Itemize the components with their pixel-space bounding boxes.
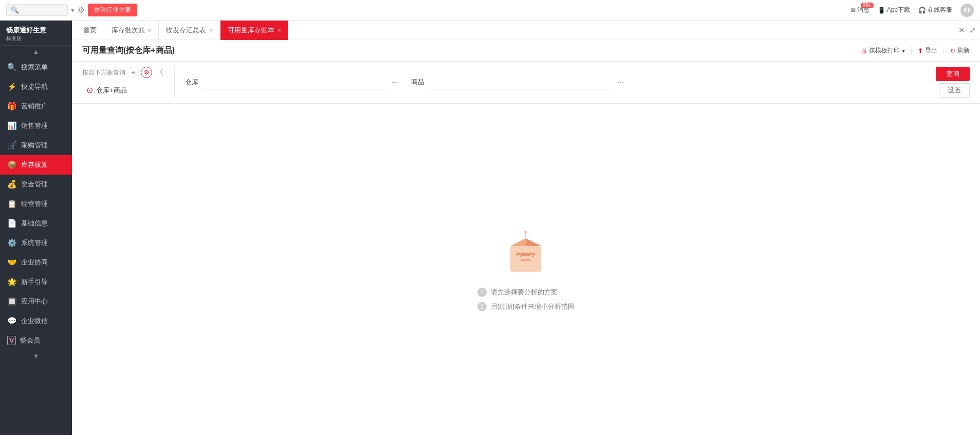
top-bar-left: 🔍 ▾ ⚙ 体验行业方案 (6, 4, 846, 16)
chevron-down-icon[interactable]: ▾ (71, 6, 75, 14)
system-icon: ⚙️ (7, 238, 17, 248)
tab-batch-account[interactable]: 库存批次账 × (104, 21, 159, 40)
sidebar-item-inventory[interactable]: 📦 库存核算 (0, 155, 72, 175)
tab-close-icon[interactable]: × (148, 27, 151, 33)
filter-actions: + ⚙ 《 (127, 67, 165, 78)
export-label: 导出 (925, 46, 937, 55)
enterprise-wechat-icon: 💬 (7, 316, 17, 326)
empty-step1-text: 请先选择要分析的方案 (491, 288, 558, 297)
tab-close-all-icon[interactable]: ✕ (958, 26, 965, 35)
print-btn[interactable]: 🖨 按模板打印 ▾ (861, 46, 905, 55)
app-download-btn[interactable]: 📱 App下载 (878, 6, 910, 14)
goods-field: 商品 ··· (411, 75, 627, 89)
filter-settings-btn[interactable]: 设置 (939, 83, 970, 98)
search-menu-icon: 🔍 (7, 63, 17, 72)
warehouse-label: 仓库 (185, 78, 198, 87)
basic-info-icon: 📄 (7, 219, 17, 228)
purchase-icon: 🛒 (7, 141, 17, 150)
filter-area: 按以下方案查询 + ⚙ 《 ⊙ 仓库+商品 仓库 (72, 62, 980, 104)
refresh-btn[interactable]: ↻ 刷新 (950, 46, 970, 55)
inventory-icon: 📦 (7, 160, 17, 169)
tab-home[interactable]: 首页 (76, 21, 104, 40)
trial-btn[interactable]: 体验行业方案 (88, 4, 137, 16)
svg-point-8 (532, 255, 533, 257)
tab-available-ledger[interactable]: 可用量库存账本 × (220, 21, 288, 40)
page-header: 可用量查询(按仓库+商品) 🖨 按模板打印 ▾ ⬆ 导出 ↻ 刷新 (72, 40, 980, 62)
warehouse-more-btn[interactable]: ··· (389, 76, 401, 88)
sidebar-item-system[interactable]: ⚙️ 系统管理 (0, 233, 72, 253)
sidebar-item-enterprise-wechat[interactable]: 💬 企业微信 (0, 311, 72, 331)
empty-svg (500, 228, 551, 279)
sidebar-item-label: 企业协同 (21, 258, 48, 267)
sidebar: 畅康通好生意 标准版 ▲ 🔍 搜索菜单 ⚡ 快捷导航 🎁 营销推广 📊 销售管理… (0, 21, 72, 435)
sidebar-item-label: 系统管理 (21, 238, 48, 248)
app-logo: 畅康通好生意 标准版 (0, 21, 72, 46)
print-icon: 🖨 (861, 47, 867, 54)
empty-text: 1 请先选择要分析的方案 2 用[过滤]条件来缩小分析范围 (477, 288, 575, 311)
sidebar-item-sales[interactable]: 📊 销售管理 (0, 116, 72, 136)
sidebar-item-basic-info[interactable]: 📄 基础信息 (0, 214, 72, 233)
svg-point-7 (520, 255, 521, 257)
sidebar-item-purchase[interactable]: 🛒 采购管理 (0, 136, 72, 155)
scheme-item-label: 仓库+商品 (96, 86, 127, 95)
sidebar-scroll-up[interactable]: ▲ (0, 46, 72, 58)
sidebar-item-finance[interactable]: 💰 资金管理 (0, 175, 72, 194)
tab-home-label: 首页 (83, 26, 97, 35)
add-scheme-btn[interactable]: + (127, 67, 139, 78)
query-btn[interactable]: 查询 (936, 67, 970, 81)
sidebar-item-operations[interactable]: 📋 经营管理 (0, 194, 72, 214)
sidebar-item-vip-member[interactable]: V 畅会员 (0, 331, 72, 350)
sales-icon: 📊 (7, 121, 17, 130)
message-badge: 99+ (861, 3, 874, 8)
marketing-icon: 🎁 (7, 102, 17, 111)
tab-label: 可用量库存账本 (228, 26, 274, 35)
export-btn[interactable]: ⬆ 导出 (918, 46, 937, 55)
gear-icon[interactable]: ⚙ (78, 5, 85, 15)
vip-icon: V (7, 336, 16, 345)
page-actions: 🖨 按模板打印 ▾ ⬆ 导出 ↻ 刷新 (861, 46, 970, 55)
sidebar-item-app-center[interactable]: 🔲 应用中心 (0, 292, 72, 311)
tab-receipt-summary[interactable]: 收发存汇总表 × (159, 21, 220, 40)
sidebar-item-new-guide[interactable]: 🌟 新手引导 (0, 272, 72, 292)
sidebar-item-label: 资金管理 (21, 180, 48, 189)
divider (944, 47, 944, 55)
settings-scheme-btn[interactable]: ⚙ (141, 67, 152, 78)
warehouse-input[interactable] (201, 75, 385, 89)
sidebar-item-marketing[interactable]: 🎁 营销推广 (0, 97, 72, 116)
sidebar-scroll-down[interactable]: ▼ (0, 350, 72, 362)
message-btn[interactable]: ✉ 消息 99+ (850, 6, 870, 14)
sidebar-item-label: 采购管理 (21, 141, 48, 150)
sidebar-item-label: 营销推广 (21, 102, 48, 111)
goods-label: 商品 (411, 78, 424, 87)
collapse-btn[interactable]: 《 (154, 67, 165, 78)
search-icon: 🔍 (11, 6, 19, 14)
avatar[interactable]: Rit (960, 4, 974, 17)
app-download-label: App下载 (887, 6, 910, 14)
empty-step-2: 2 用[过滤]条件来缩小分析范围 (477, 302, 575, 311)
online-service-label: 在线客服 (928, 6, 952, 14)
phone-icon: 📱 (878, 7, 885, 14)
new-guide-icon: 🌟 (7, 277, 17, 287)
tab-expand-icon[interactable]: ⤢ (969, 26, 976, 35)
content-area: 首页 库存批次账 × 收发存汇总表 × 可用量库存账本 × ✕ ⤢ 可用量查询(… (72, 21, 980, 435)
tab-label: 库存批次账 (112, 26, 145, 35)
sidebar-item-quick-nav[interactable]: ⚡ 快捷导航 (0, 77, 72, 97)
operations-icon: 📋 (7, 199, 17, 209)
tab-close-icon[interactable]: × (209, 27, 212, 33)
sidebar-item-search-menu[interactable]: 🔍 搜索菜单 (0, 58, 72, 77)
top-search-box[interactable]: 🔍 (6, 4, 68, 16)
refresh-label: 刷新 (957, 46, 970, 55)
goods-input[interactable] (428, 75, 612, 89)
goods-more-btn[interactable]: ··· (615, 76, 627, 88)
top-bar-right: ✉ 消息 99+ 📱 App下载 🎧 在线客服 Rit (850, 4, 974, 17)
scheme-item-warehouse-goods[interactable]: ⊙ 仓库+商品 (82, 82, 168, 98)
online-service-btn[interactable]: 🎧 在线客服 (918, 6, 952, 14)
svg-point-10 (524, 231, 527, 234)
sidebar-item-enterprise-coop[interactable]: 🤝 企业协同 (0, 253, 72, 272)
svg-marker-2 (526, 238, 541, 246)
tab-close-icon[interactable]: × (278, 27, 281, 33)
print-label: 按模板打印 (869, 46, 900, 55)
sidebar-item-label: 基础信息 (21, 219, 48, 228)
main-content: 1 请先选择要分析的方案 2 用[过滤]条件来缩小分析范围 (72, 104, 980, 435)
sidebar-item-label: 应用中心 (21, 297, 48, 306)
